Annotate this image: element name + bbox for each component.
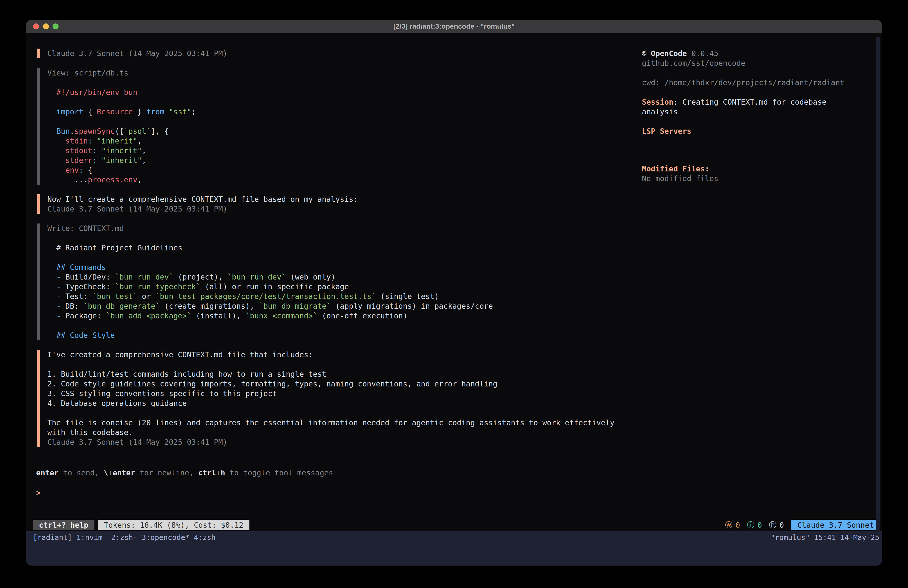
text-segment: Claude 3.7 Sonnet (14 May 2025 03:41 PM) xyxy=(47,49,227,58)
chat-line: #!/usr/bin/env bun xyxy=(47,87,620,97)
chat-line: Claude 3.7 Sonnet (14 May 2025 03:41 PM) xyxy=(47,437,620,447)
text-segment: - xyxy=(56,292,61,301)
text-segment: import xyxy=(56,107,83,116)
hint-icon: ⓗ xyxy=(769,520,776,530)
text-segment: : xyxy=(92,156,97,165)
text-segment: (one-off execution) xyxy=(317,311,407,320)
text-segment: ... xyxy=(47,176,88,184)
info-panel: © OpenCode 0.0.45 github.com/sst/opencod… xyxy=(620,48,872,184)
lsp-servers-header: LSP Servers xyxy=(642,126,872,136)
text-segment: stderr xyxy=(65,156,92,165)
info-icon: ⓘ xyxy=(747,520,755,530)
text-segment xyxy=(47,282,56,291)
message-input[interactable]: > xyxy=(36,488,882,498)
chat-line xyxy=(47,78,620,87)
text-segment: ## Code Style xyxy=(56,331,115,340)
tmux-window-tab[interactable]: 4:zsh xyxy=(194,533,216,542)
text-segment xyxy=(97,146,101,155)
window-titlebar[interactable]: [2/3] radiant:3:opencode - "romulus" xyxy=(26,20,882,33)
tool-call-block: View: script/db.ts #!/usr/bin/env bun im… xyxy=(37,68,620,185)
chat-line: - Test: `bun test` or `bun test packages… xyxy=(47,292,620,301)
minimize-button[interactable] xyxy=(43,23,49,29)
text-segment: `bun test packages/core/test/transaction… xyxy=(156,292,376,301)
text-segment xyxy=(47,127,56,135)
text-segment: ([ xyxy=(115,127,124,135)
terminal-content: Claude 3.7 Sonnet (14 May 2025 03:41 PM)… xyxy=(26,33,882,565)
help-chip[interactable]: ctrl+? help xyxy=(33,520,95,530)
text-segment: Now I'll create a comprehensive CONTEXT.… xyxy=(47,195,358,203)
chat-line: The file is concise (20 lines) and captu… xyxy=(47,418,620,427)
main-row: Claude 3.7 Sonnet (14 May 2025 03:41 PM)… xyxy=(26,33,882,457)
scrollbar-track[interactable] xyxy=(876,37,881,532)
text-segment: : xyxy=(92,146,97,155)
prompt-caret: > xyxy=(36,488,40,497)
text-segment: Build/Dev: xyxy=(61,272,115,281)
text-segment: `bun db generate` xyxy=(84,302,160,311)
close-button[interactable] xyxy=(33,23,39,29)
text-segment: "inherit" xyxy=(97,137,138,145)
chat-line: - TypeCheck: `bun run typecheck` (all) o… xyxy=(47,282,620,292)
chat-line: I've created a comprehensive CONTEXT.md … xyxy=(47,350,620,359)
desktop: { "window": { "title": "[2/3] radiant:3:… xyxy=(0,0,908,588)
tmux-window-tab[interactable]: 2:zsh- xyxy=(111,533,142,542)
app-brand-line: © OpenCode 0.0.45 xyxy=(642,48,872,58)
tmux-window-list: [radiant] 1:nvim 2:zsh- 3:opencode* 4:zs… xyxy=(33,533,216,542)
text-segment: # Radiant Project Guidelines xyxy=(47,243,182,252)
session-line-2: analysis xyxy=(642,107,872,117)
chat-line: stdin: "inherit", xyxy=(47,136,620,146)
chat-line: # Radiant Project Guidelines xyxy=(47,243,620,253)
text-segment: `bun test` xyxy=(92,292,138,301)
chat-line: Write: CONTEXT.md xyxy=(47,224,620,233)
chat-line: import { Resource } from "sst"; xyxy=(47,107,620,117)
terminal-window: [2/3] radiant:3:opencode - "romulus" Cla… xyxy=(26,20,882,565)
chat-line xyxy=(47,233,620,243)
tmux-window-tab[interactable]: 3:opencode* xyxy=(142,533,194,542)
text-segment: Package: xyxy=(61,311,106,320)
text-segment: or xyxy=(137,292,155,301)
zoom-button[interactable] xyxy=(53,23,58,29)
text-segment: \ xyxy=(104,469,108,477)
modified-files-empty: No modified files xyxy=(642,174,872,184)
text-segment xyxy=(47,292,56,301)
text-segment xyxy=(47,302,56,311)
text-segment: Test: xyxy=(61,292,92,301)
chat-line: Claude 3.7 Sonnet (14 May 2025 03:41 PM) xyxy=(47,48,620,58)
chat-line: - Package: `bun add <package>` (install)… xyxy=(47,311,620,321)
text-segment: h xyxy=(221,469,225,477)
text-segment: ], { xyxy=(151,127,169,135)
chat-line: 4. Database operations guidance xyxy=(47,398,620,408)
chat-line xyxy=(47,253,620,263)
chat-line: 1. Build/lint/test commands including ho… xyxy=(47,369,620,379)
text-segment: with this codebase. xyxy=(47,428,133,437)
text-segment: "inherit" xyxy=(101,146,142,155)
text-segment: Write: CONTEXT.md xyxy=(47,224,124,233)
text-segment: : xyxy=(88,137,92,145)
text-segment: ; xyxy=(192,107,196,116)
text-segment xyxy=(47,146,65,155)
text-segment xyxy=(47,272,56,281)
text-segment: (web only) xyxy=(286,272,335,281)
text-segment xyxy=(164,107,169,116)
text-segment: (project), xyxy=(174,272,227,281)
tmux-session-info: "romulus" 15:41 14-May-25 xyxy=(771,533,880,542)
text-segment: from xyxy=(146,107,164,116)
chat-line: env: { xyxy=(47,165,620,175)
text-segment: } xyxy=(133,107,146,116)
tmux-window-tab[interactable]: 1:nvim xyxy=(77,533,111,542)
text-segment: 1. Build/lint/test commands including ho… xyxy=(47,370,327,379)
text-segment: stdin xyxy=(65,137,88,145)
text-segment: - xyxy=(56,302,61,311)
session-line: Session: Creating CONTEXT.md for codebas… xyxy=(642,97,872,107)
text-segment: , xyxy=(142,156,146,165)
text-segment xyxy=(97,156,101,165)
cwd-line: cwd: /home/thdxr/dev/projects/radiant/ra… xyxy=(642,78,872,87)
chat-line: 2. Code style guidelines covering import… xyxy=(47,379,620,389)
repo-link[interactable]: github.com/sst/opencode xyxy=(642,58,872,68)
model-chip[interactable]: Claude 3.7 Sonnet xyxy=(791,520,880,530)
text-segment: 3. CSS styling conventions specific to t… xyxy=(47,389,277,398)
text-segment: , xyxy=(137,137,142,145)
text-segment: enter xyxy=(36,469,58,477)
text-segment: - xyxy=(56,311,61,320)
text-segment: { xyxy=(84,107,97,116)
text-segment xyxy=(47,156,65,165)
